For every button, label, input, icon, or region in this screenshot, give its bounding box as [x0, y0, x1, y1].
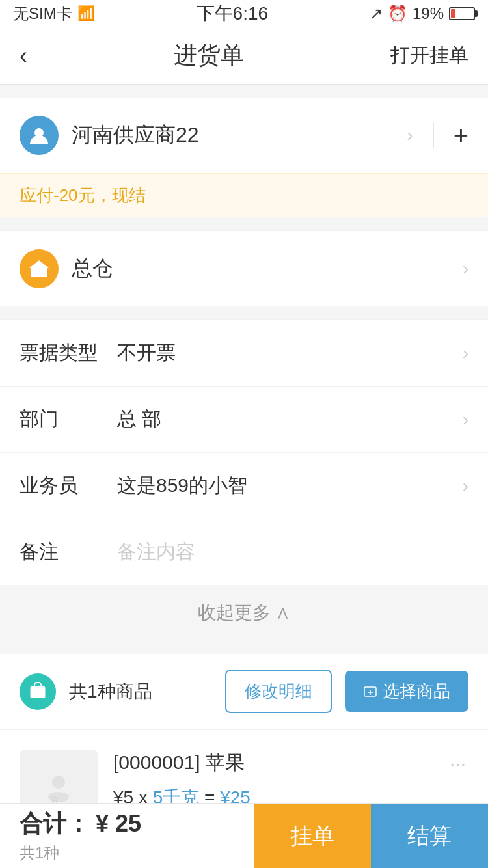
products-header: 共1种商品 修改明细 选择商品: [0, 654, 488, 729]
summary-count: 共1种: [20, 843, 254, 863]
products-icon: [20, 673, 56, 710]
checkout-button[interactable]: 结算: [371, 804, 488, 869]
notice-banner: 应付-20元，现结: [0, 173, 488, 217]
invoice-type-value: 不开票: [104, 340, 463, 366]
status-time: 下午6:16: [197, 1, 269, 26]
bottom-summary-bar: 合计： ¥ 25 共1种 挂单 结算: [0, 803, 488, 868]
section-gap-4: [0, 641, 488, 654]
battery-label: 19%: [413, 5, 444, 23]
summary-amount: 合计： ¥ 25: [20, 808, 254, 840]
edit-detail-button[interactable]: 修改明细: [225, 670, 332, 713]
supplier-name: 河南供应商22: [72, 121, 407, 150]
add-supplier-button[interactable]: +: [454, 121, 468, 150]
svg-point-7: [52, 776, 65, 789]
department-row[interactable]: 部门 总 部 ›: [0, 386, 488, 452]
section-gap-1: [0, 85, 488, 98]
supplier-row[interactable]: 河南供应商22 › +: [0, 98, 488, 173]
salesperson-row[interactable]: 业务员 这是859的小智 ›: [0, 452, 488, 519]
invoice-type-label: 票据类型: [20, 340, 104, 366]
salesperson-label: 业务员: [20, 472, 104, 499]
supplier-chevron-icon: ›: [407, 125, 413, 146]
status-bar-right: ↗ ⏰ 19%: [370, 5, 475, 23]
warehouse-chevron-icon: ›: [463, 258, 468, 279]
wifi-icon: 📶: [77, 5, 95, 22]
svg-rect-2: [36, 271, 42, 277]
nav-bar: ‹ 进货单 打开挂单: [0, 27, 488, 85]
remark-label: 备注: [20, 539, 104, 565]
back-button[interactable]: ‹: [20, 42, 27, 70]
open-pending-button[interactable]: 打开挂单: [390, 42, 468, 69]
warehouse-card: 总仓 ›: [0, 230, 488, 306]
warehouse-row[interactable]: 总仓 ›: [0, 230, 488, 306]
section-gap-3: [0, 306, 488, 319]
product-code: [0000001]: [113, 752, 206, 773]
carrier-label: 无SIM卡: [13, 3, 72, 24]
svg-rect-3: [31, 686, 46, 698]
warehouse-name: 总仓: [72, 254, 463, 283]
warehouse-icon: [20, 249, 59, 288]
collapse-button[interactable]: 收起更多 ∧: [0, 585, 488, 641]
summary-total: 合计： ¥ 25 共1种: [0, 808, 254, 863]
invoice-type-chevron-icon: ›: [463, 343, 468, 364]
department-label: 部门: [20, 406, 104, 433]
suspend-button[interactable]: 挂单: [254, 804, 371, 869]
status-bar-left: 无SIM卡 📶: [13, 3, 95, 24]
section-gap-2: [0, 217, 488, 230]
remark-row[interactable]: 备注 备注内容: [0, 519, 488, 585]
total-label: 合计：: [20, 810, 90, 837]
select-product-label: 选择商品: [383, 680, 450, 703]
salesperson-value: 这是859的小智: [104, 472, 463, 499]
supplier-card: 河南供应商22 › + 应付-20元，现结: [0, 98, 488, 217]
department-value: 总 部: [104, 406, 463, 433]
page-title: 进货单: [174, 40, 244, 72]
product-title: 苹果: [206, 752, 245, 773]
svg-text:督: 督: [51, 794, 59, 804]
battery-icon: [449, 7, 475, 20]
product-more-button[interactable]: ···: [447, 750, 468, 777]
alarm-icon: ⏰: [388, 5, 407, 23]
invoice-type-row[interactable]: 票据类型 不开票 ›: [0, 319, 488, 386]
select-product-button[interactable]: 选择商品: [345, 671, 468, 712]
status-bar: 无SIM卡 📶 下午6:16 ↗ ⏰ 19%: [0, 0, 488, 27]
total-amount: ¥ 25: [96, 810, 141, 837]
remark-input[interactable]: 备注内容: [104, 539, 468, 565]
form-card: 票据类型 不开票 › 部门 总 部 › 业务员 这是859的小智 › 备注 备注…: [0, 319, 488, 585]
products-count: 共1种商品: [69, 679, 212, 704]
product-info: [0000001] 苹果 ¥5 x 5千克 = ¥25: [113, 750, 431, 810]
location-icon: ↗: [370, 5, 383, 23]
collapse-label: 收起更多 ∧: [198, 601, 291, 625]
department-chevron-icon: ›: [463, 409, 468, 430]
supplier-divider: [433, 122, 434, 148]
supplier-avatar: [20, 116, 59, 155]
product-name: [0000001] 苹果: [113, 750, 431, 776]
salesperson-chevron-icon: ›: [463, 476, 468, 496]
